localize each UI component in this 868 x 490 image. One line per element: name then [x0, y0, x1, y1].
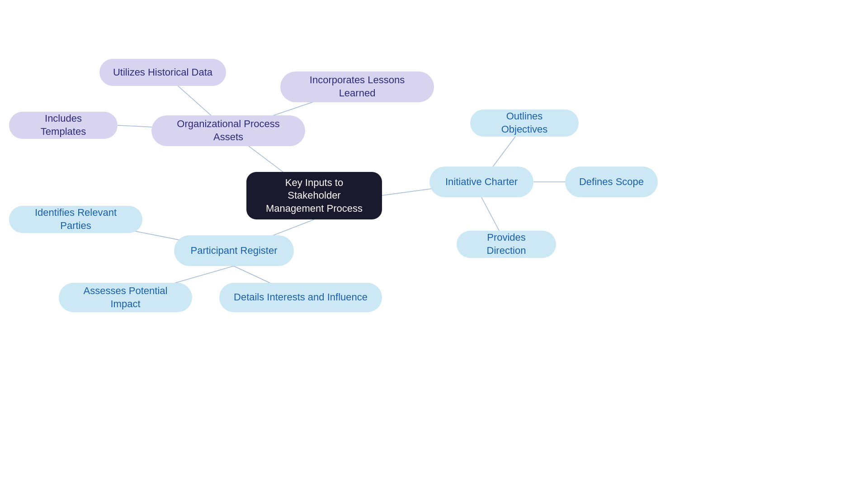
utilizes-historical-label: Utilizes Historical Data: [113, 66, 212, 79]
identifies-relevant-label: Identifies Relevant Parties: [22, 206, 130, 232]
details-interests-node: Details Interests and Influence: [219, 283, 382, 312]
outlines-objectives-label: Outlines Objectives: [483, 110, 566, 136]
includes-templates-node: Includes Templates: [9, 112, 118, 139]
includes-templates-label: Includes Templates: [22, 112, 105, 138]
participant-register-node: Participant Register: [174, 235, 294, 266]
participant-register-label: Participant Register: [191, 244, 278, 257]
defines-scope-label: Defines Scope: [579, 176, 644, 189]
identifies-relevant-node: Identifies Relevant Parties: [9, 206, 142, 233]
defines-scope-node: Defines Scope: [565, 167, 658, 197]
center-label: Key Inputs to Stakeholder Management Pro…: [259, 176, 369, 215]
details-interests-label: Details Interests and Influence: [234, 291, 368, 304]
initiative-charter-node: Initiative Charter: [429, 167, 533, 197]
assesses-impact-node: Assesses Potential Impact: [59, 283, 192, 312]
center-node: Key Inputs to Stakeholder Management Pro…: [246, 172, 382, 219]
org-process-assets-node: Organizational Process Assets: [151, 115, 305, 146]
incorporates-lessons-node: Incorporates Lessons Learned: [280, 71, 434, 102]
incorporates-lessons-label: Incorporates Lessons Learned: [293, 74, 421, 100]
initiative-charter-label: Initiative Charter: [445, 176, 518, 189]
provides-direction-node: Provides Direction: [457, 231, 556, 258]
outlines-objectives-node: Outlines Objectives: [470, 109, 579, 137]
utilizes-historical-node: Utilizes Historical Data: [99, 59, 226, 86]
org-process-assets-label: Organizational Process Assets: [164, 118, 292, 143]
assesses-impact-label: Assesses Potential Impact: [71, 285, 179, 310]
provides-direction-label: Provides Direction: [469, 231, 543, 257]
